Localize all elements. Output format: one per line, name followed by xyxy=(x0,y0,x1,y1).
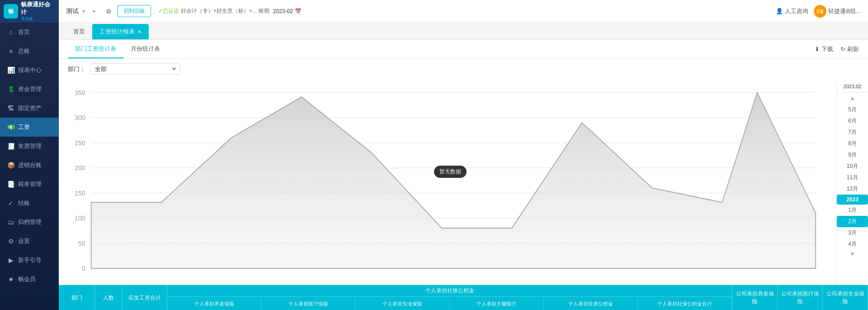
sidebar-item-salary[interactable]: 💵 工资 xyxy=(0,118,59,137)
tab-bar: 首页 工资统计报表 ✕ xyxy=(59,23,868,40)
th-company-unemployment: 公司承担失业保险 xyxy=(823,285,868,310)
month-6[interactable]: 6月 xyxy=(837,115,868,127)
sub-tab-monthly[interactable]: 月份统计表 xyxy=(123,40,167,58)
sidebar-item-label: 总账 xyxy=(18,47,30,55)
topbar: 测试 ▾ ＋ ⚙ 切到旧板 ✓已认证 好会计（专）+好生意（标）+... 账期 … xyxy=(59,0,868,23)
th-dept: 部门 xyxy=(59,285,95,310)
month-4[interactable]: 4月 xyxy=(837,238,868,250)
sidebar-item-label: 归档管理 xyxy=(18,218,42,226)
sidebar-item-label: 资金管理 xyxy=(18,85,42,93)
sidebar-item-invoice[interactable]: 🧾 发票管理 xyxy=(0,137,59,156)
calendar-icon[interactable]: 📅 xyxy=(295,8,302,14)
dept-filter-select[interactable]: 全部 销售部 财务部 人事部 技术部 xyxy=(90,63,180,75)
sidebar-item-reports[interactable]: 📊 报表中心 xyxy=(0,61,59,80)
sub-tab-actions: ⬇ 下载 ↻ 刷新 xyxy=(815,45,859,53)
switch-btn[interactable]: 切到旧板 xyxy=(118,5,151,17)
tax-icon: 📑 xyxy=(7,181,14,188)
th-personal-pension: 个人承担养老保险 xyxy=(167,297,261,310)
main-area: 测试 ▾ ＋ ⚙ 切到旧板 ✓已认证 好会计（专）+好生意（标）+... 账期 … xyxy=(59,0,868,310)
avatar: CE xyxy=(814,5,826,18)
add-button[interactable]: ＋ xyxy=(89,6,99,17)
sidebar-item-guide[interactable]: ▶ 新手引导 xyxy=(0,251,59,270)
topbar-title: 测试 xyxy=(66,7,79,15)
refresh-button[interactable]: ↻ 刷新 xyxy=(840,45,859,53)
table-header: 部门 人数 应发工资合计 个人承担社保公积金 个人承担养老保险 xyxy=(59,285,868,310)
sidebar-item-member[interactable]: ★ 畅会员 xyxy=(0,270,59,289)
th-company-medical: 公司承担医疗保险 xyxy=(778,285,823,310)
month-5[interactable]: 5月 xyxy=(837,104,868,115)
tab-salary-report[interactable]: 工资统计报表 ✕ xyxy=(92,24,149,39)
month-7[interactable]: 7月 xyxy=(837,127,868,138)
tab-close-icon[interactable]: ✕ xyxy=(137,29,142,35)
sidebar-item-archive[interactable]: 🗂 归档管理 xyxy=(0,213,59,232)
sidebar-item-label: 设置 xyxy=(18,237,30,245)
sidebar-item-ledger[interactable]: ≡ 总账 xyxy=(0,42,59,61)
dropdown-arrow-icon[interactable]: ▾ xyxy=(82,8,85,14)
logo-icon: 畅 xyxy=(4,4,18,19)
svg-text:300: 300 xyxy=(75,114,85,122)
svg-text:250: 250 xyxy=(75,139,85,147)
sidebar-item-label: 发票管理 xyxy=(18,142,42,150)
funds-icon: 💲 xyxy=(7,86,14,93)
year-2023-label[interactable]: 2023 xyxy=(837,195,868,205)
month-12[interactable]: 12月 xyxy=(837,183,868,195)
chart-tooltip: 暂无数据 xyxy=(434,166,467,178)
side-panel: 2023.02 ▲ 5月 6月 7月 8月 9月 10月 11月 12月 202… xyxy=(836,79,868,285)
archive-icon: 🗂 xyxy=(7,219,14,226)
product-tags: 好会计（专）+好生意（标）+... xyxy=(181,7,257,15)
period-label: 账期 xyxy=(259,7,269,15)
month-9[interactable]: 9月 xyxy=(837,149,868,161)
sidebar-item-label: 结账 xyxy=(18,199,30,207)
svg-text:100: 100 xyxy=(75,215,85,222)
sidebar-item-tax[interactable]: 📑 税务管理 xyxy=(0,175,59,194)
th-personal-unemployment: 个人承担失业保险 xyxy=(355,297,449,310)
period-value: 2023-02 xyxy=(273,8,293,14)
month-10[interactable]: 10月 xyxy=(837,161,868,172)
tab-home[interactable]: 首页 xyxy=(66,24,92,39)
sidebar-item-label: 新手引导 xyxy=(18,256,42,264)
user-menu[interactable]: CE 轻捷通B组... xyxy=(814,5,861,18)
svg-text:150: 150 xyxy=(75,190,85,197)
month-1[interactable]: 1月 xyxy=(837,205,868,216)
sub-tabs: 部门工资统计表 月份统计表 ⬇ 下载 ↻ 刷新 xyxy=(59,40,868,59)
month-11[interactable]: 11月 xyxy=(837,172,868,183)
th-company-pension: 公司承担养老保险 xyxy=(732,285,778,310)
sidebar-item-checkout[interactable]: ✓ 结账 xyxy=(0,194,59,213)
content-area: 部门工资统计表 月份统计表 ⬇ 下载 ↻ 刷新 部门： 全部 销售部 xyxy=(59,40,868,310)
sidebar-item-label: 固定资产 xyxy=(18,104,42,112)
ledger-icon: ≡ xyxy=(7,48,14,55)
sidebar-item-sales[interactable]: 📦 进销台账 xyxy=(0,156,59,175)
month-2-active[interactable]: 2月 xyxy=(837,216,868,227)
th-personal-major-medical: 个人承担大额医疗 xyxy=(450,297,544,310)
checkout-icon: ✓ xyxy=(7,200,14,207)
sidebar-item-funds[interactable]: 💲 资金管理 xyxy=(0,80,59,99)
svg-text:350: 350 xyxy=(75,89,85,97)
side-panel-up-arrow[interactable]: ▲ xyxy=(849,94,856,102)
home-icon: ⌂ xyxy=(7,29,14,36)
chart-area: 350 300 250 200 150 100 50 0 xyxy=(59,79,836,285)
consult-button[interactable]: 👤 人工咨询 xyxy=(776,7,808,15)
sidebar-item-label: 报表中心 xyxy=(18,66,42,74)
chart-icon: 📊 xyxy=(7,67,14,74)
sidebar-item-label: 税务管理 xyxy=(18,180,42,188)
sidebar-item-label: 畅会员 xyxy=(18,275,36,283)
download-icon: ⬇ xyxy=(815,46,820,52)
sub-tab-dept[interactable]: 部门工资统计表 xyxy=(68,40,123,58)
assets-icon: 🏗 xyxy=(7,105,14,112)
side-panel-down-arrow[interactable]: ▼ xyxy=(849,250,856,258)
month-3[interactable]: 3月 xyxy=(837,227,868,238)
th-group-personal: 个人承担社保公积金 个人承担养老保险 个人承担医疗保险 个人承担失业保险 xyxy=(167,285,732,310)
settings-button[interactable]: ⚙ xyxy=(103,6,114,17)
refresh-icon: ↻ xyxy=(840,46,845,52)
sidebar-item-label: 工资 xyxy=(18,123,30,131)
sidebar-item-label: 进销台账 xyxy=(18,161,42,169)
salary-icon: 💵 xyxy=(7,124,14,131)
sidebar-item-settings[interactable]: ⚙ 设置 xyxy=(0,232,59,251)
filter-label: 部门： xyxy=(68,65,85,73)
month-8[interactable]: 8月 xyxy=(837,138,868,149)
topbar-tags: ✓已认证 好会计（专）+好生意（标）+... 账期 2023-02 📅 xyxy=(158,7,302,15)
download-button[interactable]: ⬇ 下载 xyxy=(815,45,833,53)
sidebar-item-assets[interactable]: 🏗 固定资产 xyxy=(0,99,59,118)
th-group-personal-header: 个人承担社保公积金 xyxy=(167,285,732,297)
sidebar-item-home[interactable]: ⌂ 首页 xyxy=(0,23,59,42)
